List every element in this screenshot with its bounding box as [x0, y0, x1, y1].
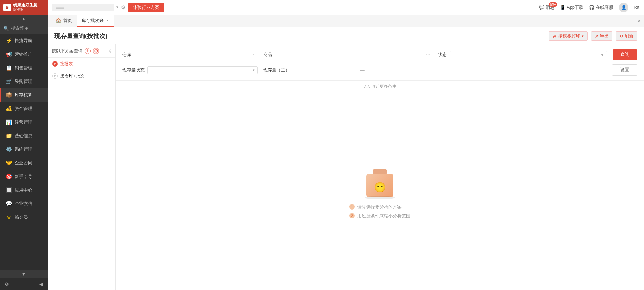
sidebar-item-quicknav[interactable]: ⚡ 快捷导航	[0, 34, 48, 48]
main-area: ▬▬ ▾ ⚙ 体验行业方案 💬 消息 99+ 📱 App下载 🎧 在线客服 👤	[48, 0, 644, 290]
main-close-btn[interactable]: ×	[638, 18, 641, 24]
sidebar-item-vip[interactable]: V 畅会员	[0, 211, 48, 224]
scheme-warehouse-batch[interactable]: ⚙ 按仓库+批次	[48, 70, 115, 82]
topbar-gear-icon[interactable]: ⚙	[121, 4, 125, 11]
sidebar-scroll-down[interactable]: ▼	[0, 270, 48, 278]
status-label: 状态	[438, 52, 447, 58]
query-btn[interactable]: 查询	[613, 49, 637, 60]
message-item[interactable]: 💬 消息 99+	[539, 4, 555, 11]
stock-status-label: 现存量状态	[122, 67, 145, 73]
print-chevron-icon[interactable]: ▾	[582, 34, 584, 38]
add-scheme-icon[interactable]: +	[85, 48, 91, 54]
sidebar-item-sales[interactable]: 📋 销售管理	[0, 61, 48, 75]
status-select[interactable]: ▼	[450, 51, 607, 58]
stock-qty-to-input[interactable]	[369, 67, 430, 72]
tab-batch-account[interactable]: 库存批次账 ×	[77, 15, 114, 27]
export-label: 导出	[600, 33, 609, 39]
product-field: 商品 ···	[263, 50, 433, 59]
refresh-icon: ↻	[620, 34, 623, 39]
collapse-bar[interactable]: ∧∧ 收起更多条件	[116, 81, 644, 92]
stock-status-chevron-icon: ▾	[253, 68, 255, 72]
left-panel: 按以下方案查询 + ⚙ 《 ⚙ 按批次 ⚙ 按仓库+批次	[48, 44, 116, 290]
settings-btn[interactable]: 设置	[612, 64, 637, 76]
marketing-icon: 📢	[6, 51, 12, 57]
sidebar: 6 畅康通好生意 标准版 ▲ 🔍 搜索菜单 ⚡ 快捷导航 📢 营销推广 📋 销售…	[0, 0, 48, 290]
basic-icon: 📁	[6, 133, 12, 139]
product-input[interactable]	[277, 52, 424, 57]
sidebar-item-system[interactable]: ⚙️ 系统管理	[0, 143, 48, 156]
sidebar-item-purchase[interactable]: 🛒 采购管理	[0, 75, 48, 88]
app-download-item[interactable]: 📱 App下载	[560, 4, 583, 11]
scheme-settings-icon[interactable]: ⚙	[93, 48, 99, 54]
topbar-chevron-icon[interactable]: ▾	[116, 5, 118, 10]
sidebar-item-basic[interactable]: 📁 基础信息	[0, 129, 48, 143]
newbie-icon: 🎯	[6, 174, 12, 180]
sidebar-item-label: 采购管理	[15, 78, 32, 85]
app-download-label: App下载	[567, 4, 583, 11]
print-btn[interactable]: 🖨 按模板打印 ▾	[549, 31, 588, 41]
warehouse-dots[interactable]: ···	[251, 52, 256, 58]
stock-qty-label: 现存量（主）	[263, 67, 290, 73]
stock-qty-from-input[interactable]	[294, 67, 355, 72]
enterprise-icon: 🤝	[6, 160, 12, 166]
user-avatar[interactable]: 👤	[619, 3, 628, 12]
sidebar-item-wxwork[interactable]: 💬 企业微信	[0, 197, 48, 211]
sidebar-item-newbie[interactable]: 🎯 新手引导	[0, 170, 48, 183]
tip2-num: 2	[349, 213, 355, 218]
sidebar-item-label: 系统管理	[15, 146, 32, 152]
topbar-search-box[interactable]: ▬▬	[52, 4, 114, 11]
collapse-label: 收起更多条件	[372, 84, 396, 89]
sidebar-nav: ⚡ 快捷导航 📢 营销推广 📋 销售管理 🛒 采购管理 📦 库存核算 💰 资金管…	[0, 34, 48, 270]
page-actions: 🖨 按模板打印 ▾ ↗ 导出 ↻ 刷新	[549, 31, 637, 41]
scheme-batch[interactable]: ⚙ 按批次	[48, 58, 115, 70]
empty-tip-1: 1 请先选择要分析的方案	[349, 204, 410, 210]
empty-shadow	[365, 196, 395, 199]
refresh-label: 刷新	[625, 33, 633, 39]
sidebar-item-enterprise[interactable]: 🤝 企业协同	[0, 156, 48, 170]
product-input-wrap[interactable]: ···	[275, 50, 433, 59]
sidebar-item-finance[interactable]: 💰 资金管理	[0, 102, 48, 115]
sidebar-header: 6 畅康通好生意 标准版	[0, 0, 48, 15]
warehouse-input-wrap[interactable]: ···	[134, 50, 258, 59]
sidebar-scroll-up[interactable]: ▲	[0, 15, 48, 22]
stock-status-select[interactable]: ▾	[147, 66, 258, 74]
tab-batch-label: 库存批次账	[82, 18, 104, 24]
sidebar-item-operation[interactable]: 📊 经营管理	[0, 115, 48, 129]
online-service-item[interactable]: 🎧 在线客服	[589, 4, 613, 11]
sidebar-item-marketing[interactable]: 📢 营销推广	[0, 48, 48, 61]
sidebar-item-label: 营销推广	[15, 51, 32, 57]
footer-collapse-icon[interactable]: ◀	[39, 282, 43, 287]
sidebar-search[interactable]: 🔍 搜索菜单	[0, 22, 48, 34]
experience-btn[interactable]: 体验行业方案	[128, 3, 164, 12]
phone-icon: 📱	[560, 5, 565, 10]
refresh-btn[interactable]: ↻ 刷新	[616, 31, 637, 41]
tab-close-icon[interactable]: ×	[106, 18, 109, 23]
product-dots[interactable]: ···	[426, 52, 430, 58]
sidebar-item-apps[interactable]: 🔲 应用中心	[0, 183, 48, 197]
scheme-warehouse-batch-label: 按仓库+批次	[60, 73, 85, 79]
tip2-text: 用过滤条件来缩小分析范围	[357, 213, 410, 219]
filter-row-2: 现存量状态 ▾ 现存量（主）	[122, 64, 637, 76]
finance-icon: 💰	[6, 106, 12, 112]
topbar: ▬▬ ▾ ⚙ 体验行业方案 💬 消息 99+ 📱 App下载 🎧 在线客服 👤	[48, 0, 644, 15]
filter-row-1: 仓库 ··· 商品 ···	[122, 49, 637, 60]
scheme-inactive-icon: ⚙	[52, 73, 58, 79]
home-icon: 🏠	[56, 18, 61, 23]
export-btn[interactable]: ↗ 导出	[591, 31, 612, 41]
close-icon: ×	[638, 18, 641, 24]
topbar-left: ▬▬ ▾ ⚙ 体验行业方案	[52, 3, 536, 12]
status-chevron-icon: ▼	[600, 53, 604, 57]
left-panel-header: 按以下方案查询 + ⚙ 《	[48, 44, 115, 58]
sidebar-item-label: 经营管理	[15, 119, 32, 125]
empty-state: 😶 1 请先选择要分析的方案 2 用过滤条件来缩小分析范围	[116, 92, 644, 290]
stock-qty-from[interactable]	[292, 66, 357, 74]
app-title-block: 畅康通好生意 标准版	[13, 3, 37, 12]
body-layout: 按以下方案查询 + ⚙ 《 ⚙ 按批次 ⚙ 按仓库+批次	[48, 44, 644, 290]
qty-dash: —	[360, 68, 365, 73]
panel-collapse-icon[interactable]: 《	[107, 48, 111, 54]
stock-qty-to[interactable]	[367, 66, 432, 74]
tab-home[interactable]: 🏠 首页	[51, 15, 77, 27]
warehouse-input[interactable]	[136, 52, 249, 57]
footer-settings-icon[interactable]: ⚙	[5, 282, 9, 287]
sidebar-item-inventory[interactable]: 📦 库存核算	[0, 88, 48, 102]
